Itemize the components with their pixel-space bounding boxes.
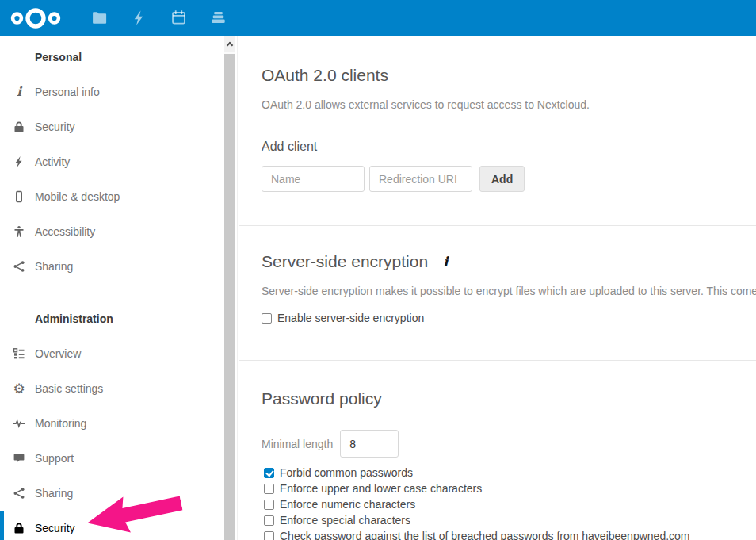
- chevron-up-icon: [227, 41, 233, 48]
- redirection-uri-input[interactable]: [369, 166, 472, 192]
- password-policy-section: Password policy Minimal length Forbid co…: [239, 361, 756, 540]
- oauth-section-description: OAuth 2.0 allows external services to re…: [262, 96, 756, 113]
- sidebar-item-overview[interactable]: Overview: [0, 336, 224, 371]
- policy-checkbox-check-password-against-the-list-of-breac[interactable]: Check password against the list of breac…: [264, 528, 756, 540]
- sidebar-item-security[interactable]: Security: [0, 511, 224, 540]
- policy-checkbox-forbid-common-passwords[interactable]: Forbid common passwords: [264, 465, 756, 481]
- app-button-files[interactable]: [79, 0, 119, 36]
- sidebar-item-label: Personal info: [35, 86, 100, 98]
- scrollbar-up-button[interactable]: [224, 36, 235, 52]
- checkbox-icon[interactable]: [264, 484, 274, 494]
- minimal-length-row: Minimal length: [262, 430, 756, 458]
- policy-checkbox-label: Check password against the list of breac…: [280, 530, 690, 540]
- sidebar-caption-administration: Administration: [0, 301, 224, 336]
- sidebar-item-personal-info[interactable]: iPersonal info: [0, 75, 224, 109]
- list-icon: [13, 347, 25, 360]
- checkbox-icon[interactable]: [264, 531, 274, 540]
- checkbox-icon[interactable]: [264, 500, 274, 510]
- sidebar-item-label: Sharing: [35, 487, 73, 500]
- encryption-description: Server-side encryption makes it possible…: [262, 282, 756, 300]
- policy-checkbox-label: Forbid common passwords: [280, 466, 413, 479]
- info-icon: i: [13, 86, 25, 98]
- sidebar-item-basic-settings[interactable]: ⚙Basic settings: [0, 371, 224, 406]
- phone-icon: [13, 190, 25, 203]
- enable-encryption-label: Enable server-side encryption: [277, 312, 424, 324]
- nav-section-gap: [0, 284, 224, 301]
- checkbox-icon[interactable]: [262, 313, 272, 324]
- enable-encryption-checkbox[interactable]: Enable server-side encryption: [262, 310, 756, 326]
- app-button-calendar[interactable]: [158, 0, 198, 36]
- app-button-deck[interactable]: [198, 0, 238, 36]
- sidebar-item-label: Security: [35, 121, 75, 133]
- password-policy-checkbox-list: Forbid common passwordsEnforce upper and…: [264, 465, 756, 540]
- accessibility-icon: [13, 225, 25, 238]
- settings-content: OAuth 2.0 clients OAuth 2.0 allows exter…: [239, 36, 756, 540]
- sidebar-item-label: Support: [35, 452, 74, 465]
- client-name-input[interactable]: [262, 166, 365, 192]
- lock-icon: [13, 522, 25, 534]
- gear-icon: ⚙: [13, 382, 25, 395]
- encryption-title-text: Server-side encryption: [262, 252, 428, 271]
- info-icon[interactable]: i: [443, 254, 448, 270]
- add-client-button[interactable]: Add: [479, 166, 525, 192]
- policy-checkbox-label: Enforce numeric characters: [280, 498, 415, 511]
- encryption-section: Server-side encryption i Server-side enc…: [239, 226, 756, 361]
- share-icon: [13, 487, 25, 500]
- policy-checkbox-enforce-numeric-characters[interactable]: Enforce numeric characters: [264, 496, 756, 512]
- sidebar-item-security[interactable]: Security: [0, 109, 224, 144]
- encryption-section-title: Server-side encryption i: [262, 252, 756, 271]
- minimal-length-label: Minimal length: [262, 438, 333, 450]
- sidebar-item-label: Sharing: [35, 260, 73, 273]
- add-client-heading: Add client: [262, 140, 756, 154]
- sidebar-item-support[interactable]: Support: [0, 441, 224, 476]
- sidebar-item-sharing[interactable]: Sharing: [0, 249, 224, 284]
- chat-icon: [13, 452, 25, 465]
- checkbox-icon[interactable]: [264, 468, 274, 478]
- sidebar-item-label: Security: [35, 522, 75, 534]
- sidebar-item-mobile-desktop[interactable]: Mobile & desktop: [0, 179, 224, 214]
- sidebar-item-sharing[interactable]: Sharing: [0, 476, 224, 511]
- sidebar-nav: PersonaliPersonal infoSecurityActivityMo…: [0, 36, 224, 540]
- sidebar-item-label: Mobile & desktop: [35, 190, 120, 203]
- oauth-section: OAuth 2.0 clients OAuth 2.0 allows exter…: [239, 36, 756, 226]
- sidebar-caption-personal: Personal: [0, 40, 224, 75]
- minimal-length-input[interactable]: [340, 430, 399, 458]
- password-policy-title: Password policy: [262, 389, 756, 408]
- app-icon-row: [79, 0, 238, 36]
- policy-checkbox-label: Enforce upper and lower case characters: [280, 482, 482, 495]
- policy-checkbox-enforce-special-characters[interactable]: Enforce special characters: [264, 512, 756, 528]
- policy-checkbox-label: Enforce special characters: [280, 514, 410, 527]
- sidebar-item-activity[interactable]: Activity: [0, 144, 224, 179]
- lightning-icon: [13, 155, 25, 168]
- checkbox-icon[interactable]: [264, 515, 274, 526]
- app-button-activity[interactable]: [119, 0, 158, 36]
- scrollbar-thumb[interactable]: [224, 54, 235, 540]
- oauth-section-title: OAuth 2.0 clients: [262, 66, 756, 85]
- sidebar-item-monitoring[interactable]: Monitoring: [0, 406, 224, 441]
- sidebar-scrollbar[interactable]: [224, 36, 235, 540]
- sidebar-item-accessibility[interactable]: Accessibility: [0, 214, 224, 249]
- sidebar-item-label: Basic settings: [35, 382, 103, 395]
- sidebar-item-label: Accessibility: [35, 225, 95, 238]
- share-icon: [13, 260, 25, 273]
- lock-icon: [13, 121, 25, 133]
- pulse-icon: [13, 417, 25, 430]
- sidebar-item-label: Activity: [35, 155, 70, 168]
- nextcloud-logo[interactable]: [10, 6, 62, 30]
- settings-sidebar: PersonaliPersonal infoSecurityActivityMo…: [0, 36, 238, 540]
- sidebar-item-label: Overview: [35, 347, 81, 360]
- sidebar-item-label: Monitoring: [35, 417, 86, 430]
- add-client-form: Add: [262, 166, 756, 192]
- policy-checkbox-enforce-upper-and-lower-case-characters[interactable]: Enforce upper and lower case characters: [264, 481, 756, 496]
- top-header-bar: [0, 0, 756, 36]
